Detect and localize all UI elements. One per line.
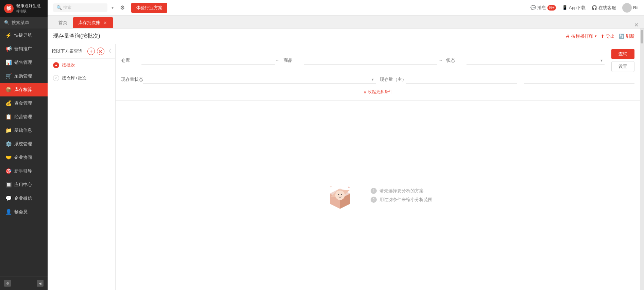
topbar-gear-btn[interactable]: ⚙: [118, 3, 127, 13]
goods-label: 商品: [284, 57, 304, 64]
sidebar-item-wechat[interactable]: 💬 企业微信: [0, 192, 48, 205]
scrollbar-thumb[interactable]: [641, 30, 643, 43]
print-btn[interactable]: 🖨 按模板打印 ▾: [565, 33, 597, 39]
empty-tips: 1 请先选择要分析的方案 2 用过滤条件来缩小分析范围: [371, 188, 433, 203]
right-scrollbar[interactable]: [640, 29, 644, 290]
inventory-quantity-divider: —: [517, 77, 524, 82]
sidebar: 畅 畅康通好生意 标准版 🔍 搜索菜单 ⚡ 快捷导航 📢 营销推广 📊 销售管理…: [0, 0, 48, 290]
scheme-item-by-batch[interactable]: ● 按批次: [48, 59, 115, 72]
scheme-dot-inactive: ○: [53, 75, 59, 81]
right-content: 现存量查询(按批次) 🖨 按模板打印 ▾ ⬆ 导出 🔄 刷新: [48, 29, 640, 290]
sidebar-item-apps[interactable]: 🔲 应用中心: [0, 178, 48, 192]
inventory-status-select[interactable]: ▾: [143, 76, 376, 84]
sidebar-item-operations[interactable]: 📋 经营管理: [0, 110, 48, 124]
empty-state: ✦ ✦ 1 请先选择要分析的方案 2: [116, 101, 640, 290]
scheme-item-by-warehouse-batch[interactable]: ○ 按仓库+批次: [48, 72, 115, 85]
warehouse-input[interactable]: [141, 56, 275, 65]
sidebar-item-member[interactable]: 👤 畅会员: [0, 205, 48, 219]
refresh-icon: 🔄: [619, 34, 624, 39]
sidebar-item-sales[interactable]: 📊 销售管理: [0, 56, 48, 69]
apps-icon: 🔲: [5, 182, 12, 188]
collapse-panel-btn[interactable]: 《: [106, 48, 111, 54]
right-filter-panel: 仓库 ··· 商品 ··· 状态: [116, 44, 640, 290]
app-subtitle: 标准版: [16, 9, 41, 14]
sidebar-item-purchase[interactable]: 🛒 采购管理: [0, 69, 48, 83]
query-button[interactable]: 查询: [611, 49, 634, 59]
app-download-btn[interactable]: 📱 App下载: [562, 5, 586, 11]
guide-icon: 🎯: [5, 168, 12, 174]
main-layout: 按以下方案查询 + ⊙ 《 ● 按批次 ○ 按仓库+批次: [48, 44, 640, 290]
left-panel-actions: + ⊙ 《: [87, 48, 111, 55]
tabbar: 首页 库存批次账 ✕ ✕: [48, 16, 644, 29]
status-select[interactable]: ▾: [467, 57, 605, 65]
notification-btn[interactable]: 💬 消息 99+: [530, 5, 556, 11]
goods-input[interactable]: [304, 56, 437, 65]
app-logo: 畅: [4, 4, 14, 13]
main-area: 🔍 搜索 ▾ ⚙ 体验行业方案 💬 消息 99+ 📱 App下载 🎧 在线客服 …: [48, 0, 644, 290]
inventory-quantity-max[interactable]: [524, 75, 634, 84]
topbar-right: 💬 消息 99+ 📱 App下载 🎧 在线客服 Rit: [530, 3, 639, 13]
tab-inventory-batch[interactable]: 库存批次账 ✕: [73, 17, 113, 28]
settings-button[interactable]: 设置: [611, 61, 634, 72]
status-label: 状态: [446, 57, 467, 64]
sidebar-item-inventory[interactable]: 📦 库存核算: [0, 83, 48, 96]
export-icon: ⬆: [601, 34, 605, 39]
empty-content: ✦ ✦ 1 请先选择要分析的方案 2: [323, 178, 433, 212]
warehouse-more-btn[interactable]: ···: [276, 58, 279, 63]
sales-icon: 📊: [5, 59, 12, 66]
purchase-icon: 🛒: [5, 73, 12, 79]
warehouse-label: 仓库: [121, 57, 141, 64]
goods-more-btn[interactable]: ···: [439, 58, 442, 63]
trial-btn[interactable]: 体验行业方案: [131, 3, 167, 13]
chevron-up-icon: ∧: [363, 90, 367, 94]
scheme-settings-btn[interactable]: ⊙: [97, 48, 104, 55]
tab-close-main-btn[interactable]: ✕: [631, 22, 641, 28]
page-title-actions: 🖨 按模板打印 ▾ ⬆ 导出 🔄 刷新: [565, 33, 634, 39]
export-btn[interactable]: ⬆ 导出: [601, 33, 615, 39]
svg-point-5: [338, 194, 339, 195]
svg-text:✦: ✦: [330, 185, 332, 188]
topbar-search-icon: 🔍: [56, 5, 62, 10]
sidebar-item-quicknav[interactable]: ⚡ 快捷导航: [0, 29, 48, 42]
empty-tip-2: 2 用过滤条件来缩小分析范围: [371, 197, 433, 203]
sidebar-item-finance[interactable]: 💰 资金管理: [0, 96, 48, 110]
sidebar-item-guide[interactable]: 🎯 新手引导: [0, 164, 48, 178]
sidebar-search-menu[interactable]: 🔍 搜索菜单: [0, 17, 48, 29]
collab-icon: 🤝: [5, 155, 12, 161]
collapse-sidebar-btn[interactable]: ◀: [37, 280, 44, 287]
marketing-icon: 📢: [5, 46, 12, 52]
topbar-chevron-icon[interactable]: ▾: [112, 5, 114, 10]
print-icon: 🖨: [565, 34, 570, 39]
user-avatar-btn[interactable]: Rit: [622, 3, 639, 13]
content-area: 现存量查询(按批次) 🖨 按模板打印 ▾ ⬆ 导出 🔄 刷新: [48, 29, 644, 290]
sidebar-footer: ⚙ ◀: [0, 276, 48, 290]
sidebar-item-basics[interactable]: 📁 基础信息: [0, 124, 48, 137]
print-chevron-icon[interactable]: ▾: [595, 34, 597, 38]
tab-close-icon[interactable]: ✕: [102, 20, 108, 25]
empty-illustration: ✦ ✦: [323, 178, 357, 212]
operations-icon: 📋: [5, 114, 12, 120]
collapse-more-btn[interactable]: ∧ 收起更多条件: [121, 87, 634, 95]
status-arrow-icon: ▾: [600, 58, 603, 63]
add-scheme-btn[interactable]: +: [87, 48, 95, 55]
refresh-btn[interactable]: 🔄 刷新: [619, 33, 634, 39]
service-btn[interactable]: 🎧 在线客服: [592, 5, 616, 11]
inventory-quantity-min[interactable]: [406, 75, 517, 84]
inventory-quantity-field: 现存量（主） —: [380, 75, 634, 84]
search-icon: 🔍: [4, 20, 10, 25]
tab-home[interactable]: 首页: [53, 17, 73, 28]
tip-num-2: 2: [371, 197, 377, 203]
sidebar-header: 畅 畅康通好生意 标准版: [0, 0, 48, 17]
left-panel-title: 按以下方案查询: [52, 48, 83, 54]
sidebar-item-system[interactable]: ⚙️ 系统管理: [0, 137, 48, 151]
wechat-icon: 💬: [5, 195, 12, 201]
warehouse-field: 仓库 ···: [121, 56, 279, 65]
inventory-status-field: 现存量状态 ▾: [121, 76, 376, 84]
app-title-group: 畅康通好生意 标准版: [16, 3, 41, 14]
phone-icon: 📱: [562, 5, 567, 10]
sidebar-item-marketing[interactable]: 📢 营销推广: [0, 42, 48, 56]
topbar-search-box[interactable]: 🔍 搜索: [53, 3, 107, 12]
settings-footer-btn[interactable]: ⚙: [4, 280, 11, 287]
tip-num-1: 1: [371, 188, 377, 194]
sidebar-item-collab[interactable]: 🤝 企业协同: [0, 151, 48, 164]
